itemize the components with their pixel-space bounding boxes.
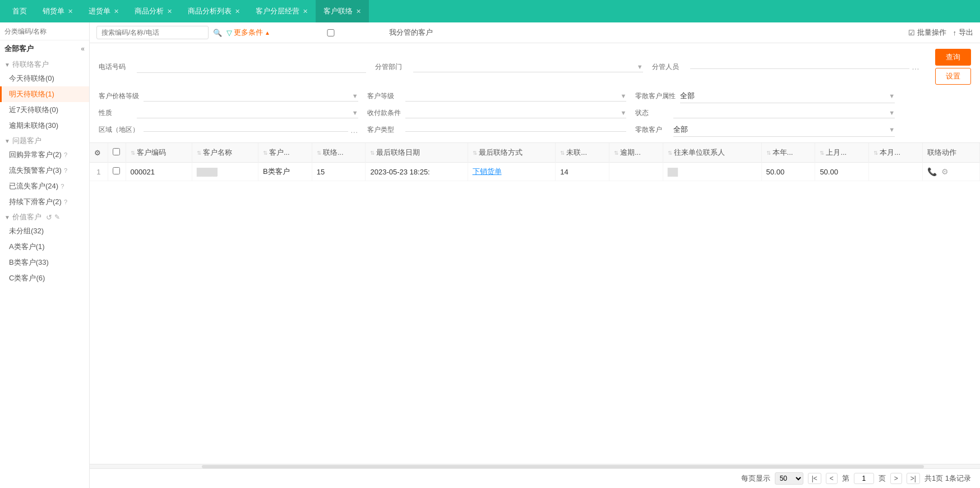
sidebar-item-churn-warning[interactable]: 流失预警客户(3) ? (0, 163, 89, 178)
col-type: 客户... (258, 143, 312, 163)
row-contact: 15 (312, 163, 366, 181)
export-btn[interactable]: ↑ 导出 (953, 27, 974, 38)
row-this-year: 50.00 (761, 163, 815, 181)
sidebar-item-overdue[interactable]: 逾期未联络(30) (0, 118, 89, 133)
field-dept-select[interactable]: ▼ (413, 62, 642, 72)
field-phone-input[interactable] (137, 61, 366, 73)
col-action: 联络动作 (922, 143, 979, 163)
adv-filter-row-1: 电话号码 分管部门 ▼ 分管人员 … (99, 49, 971, 85)
sidebar-item-declining[interactable]: 持续下滑客户(2) ? (0, 194, 89, 210)
horizontal-scrollbar[interactable] (90, 464, 980, 468)
help-icon-0[interactable]: ? (64, 151, 67, 158)
sidebar-search-input[interactable] (4, 27, 89, 35)
nav-sale[interactable]: 销货单 ✕ (35, 0, 81, 22)
all-customers-header[interactable]: 全部客户 « (0, 40, 89, 57)
sidebar-item-churned[interactable]: 已流失客户(24) ? (0, 178, 89, 194)
nav-goods-analysis-list[interactable]: 商品分析列表 ✕ (180, 0, 248, 22)
field-status-select[interactable]: ▼ (673, 108, 895, 118)
row-this-month (869, 163, 923, 181)
total-label: 共1页 1条记录 (924, 473, 971, 484)
price-grade-down-arrow-icon: ▼ (352, 93, 358, 99)
col-checkbox[interactable] (108, 143, 126, 163)
last-contact-link[interactable]: 下销货单 (473, 167, 502, 176)
filter-search-icon[interactable]: 🔍 (213, 29, 222, 37)
page-number-input[interactable] (854, 473, 874, 484)
per-page-label: 每页显示 (741, 473, 770, 484)
sidebar-item-b-class[interactable]: B类客户(33) (0, 255, 89, 270)
my-customers-checkbox-label[interactable]: 我分管的客户 (275, 27, 433, 38)
nav-goods-analysis[interactable]: 商品分析 ✕ (127, 0, 180, 22)
field-dept-label: 分管部门 (375, 62, 409, 72)
field-region-select[interactable] (144, 128, 348, 132)
field-dept: 分管部门 ▼ (375, 62, 642, 72)
last-page-btn[interactable]: >| (907, 473, 920, 484)
row-checkbox-cell[interactable] (108, 163, 126, 181)
sidebar-item-today[interactable]: 今天待联络(0) (0, 71, 89, 86)
problem-arrow-icon: ▼ (4, 138, 10, 144)
col-config[interactable]: ⚙ (90, 143, 108, 163)
filter-bar: 🔍 ▽ 更多条件 ▲ 我分管的客户 ☑ 批量操作 ↑ 导出 (90, 22, 980, 43)
per-page-select[interactable]: 50 20 100 (775, 472, 803, 485)
help-icon-3[interactable]: ? (64, 199, 67, 205)
field-scatter-attr-select[interactable]: 全部 ▼ (680, 89, 895, 103)
field-scatter-attr-label: 零散客户属性 (635, 91, 676, 101)
sidebar-item-a-class[interactable]: A类客户(1) (0, 239, 89, 255)
close-goods-list-icon[interactable]: ✕ (235, 8, 240, 15)
sidebar: 🔍 全部客户 « ▼ 待联络客户 今天待联络(0) 明天待联络(1) 近7天待联… (0, 22, 90, 488)
close-sale-icon[interactable]: ✕ (68, 8, 73, 15)
field-scatter-attr: 零散客户属性 全部 ▼ (635, 89, 895, 103)
close-purchase-icon[interactable]: ✕ (114, 8, 119, 15)
sidebar-item-7days[interactable]: 近7天待联络(0) (0, 102, 89, 118)
field-phone-label: 电话号码 (99, 62, 132, 72)
edit-group-icon[interactable]: ✎ (54, 213, 60, 221)
close-customer-tier-icon[interactable]: ✕ (303, 8, 308, 15)
field-customer-type-select[interactable] (405, 128, 627, 132)
field-customer-type-label: 客户类型 (367, 125, 401, 135)
help-icon-2[interactable]: ? (61, 183, 64, 190)
sidebar-item-repurchase-abnormal[interactable]: 回购异常客户(2) ? (0, 147, 89, 163)
scrollbar-track (202, 465, 924, 468)
sidebar-item-ungrouped[interactable]: 未分组(32) (0, 223, 89, 239)
field-payment-label: 收付款条件 (367, 108, 401, 118)
col-not-contact: 未联... (556, 143, 609, 163)
field-scatter-customer-select[interactable]: 全部 ▼ (673, 123, 895, 137)
row-num: 1 (90, 163, 108, 181)
sidebar-item-tomorrow[interactable]: 明天待联络(1) (0, 86, 89, 102)
refresh-icon[interactable]: ↺ (46, 213, 52, 222)
next-page-btn[interactable]: > (890, 473, 902, 484)
select-all-checkbox[interactable] (113, 148, 120, 155)
field-price-grade-select[interactable]: ▼ (144, 91, 358, 102)
search-input[interactable] (96, 26, 209, 39)
action-phone-icon[interactable]: 📞 (927, 167, 937, 176)
close-goods-analysis-icon[interactable]: ✕ (167, 8, 172, 15)
my-customers-checkbox[interactable] (275, 29, 387, 36)
col-this-month: 本月... (869, 143, 923, 163)
row-checkbox[interactable] (113, 167, 120, 174)
sidebar-item-c-class[interactable]: C类客户(6) (0, 270, 89, 286)
row-last-contact-method[interactable]: 下销货单 (468, 163, 556, 181)
nav-customer-contact[interactable]: 客户联络 ✕ (316, 0, 369, 22)
page-label: 第 (842, 473, 849, 484)
close-customer-contact-icon[interactable]: ✕ (356, 8, 361, 15)
help-icon-1[interactable]: ? (64, 167, 67, 174)
collapse-icon: « (81, 45, 85, 53)
nav-customer-tier[interactable]: 客户分层经营 ✕ (248, 0, 316, 22)
query-btn-group: 查询 设置 (935, 49, 971, 85)
region-dots-icon[interactable]: … (350, 126, 358, 135)
field-customer-grade-select[interactable]: ▼ (405, 91, 627, 102)
nav-purchase[interactable]: 进货单 ✕ (81, 0, 127, 22)
field-payment-select[interactable]: ▼ (405, 108, 627, 118)
col-name: 客户名称 (192, 143, 258, 163)
first-page-btn[interactable]: |< (808, 473, 821, 484)
field-nature-select[interactable]: ▼ (137, 108, 358, 118)
field-manager: 分管人员 … (652, 62, 919, 72)
manager-dots-icon[interactable]: … (912, 62, 919, 71)
nav-home[interactable]: 首页 (4, 0, 35, 22)
query-button[interactable]: 查询 (935, 49, 971, 66)
more-conditions-btn[interactable]: ▽ 更多条件 ▲ (226, 27, 270, 38)
batch-op-btn[interactable]: ☑ 批量操作 (908, 27, 946, 38)
field-manager-select[interactable] (690, 65, 909, 69)
settings-button[interactable]: 设置 (935, 68, 971, 85)
action-more-icon[interactable]: ⚙ (941, 167, 949, 176)
prev-page-btn[interactable]: < (826, 473, 838, 484)
